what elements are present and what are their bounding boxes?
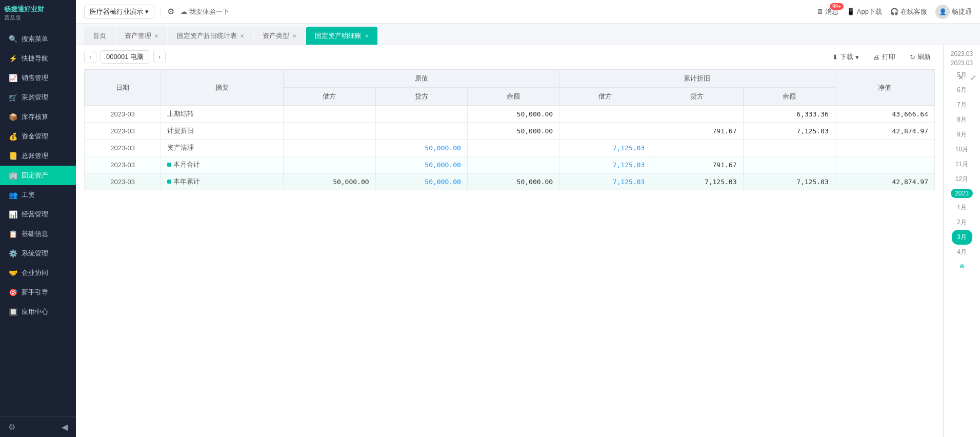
sidebar-item-system[interactable]: ⚙️系统管理 — [0, 244, 76, 263]
experience-button[interactable]: ☁ 我要体验一下 — [181, 7, 229, 16]
tab-close-asset-manage[interactable]: ✕ — [154, 33, 158, 39]
tab-label-asset-detail: 固定资产明细账 — [315, 31, 362, 41]
sidebar-item-operations[interactable]: 📊经营管理 — [0, 205, 76, 224]
timeline-header-2: 2023.03 — [951, 58, 973, 68]
prev-asset-button[interactable]: ‹ — [84, 51, 96, 63]
maximize-panel-button[interactable]: ⤢ — [968, 72, 979, 83]
sidebar-item-enterprise[interactable]: 🤝企业协同 — [0, 263, 76, 283]
timeline-month-12月[interactable]: 12月 — [944, 172, 980, 187]
print-icon: 🖨 — [873, 53, 880, 61]
avatar: 👤 — [935, 5, 950, 19]
close-panel-button[interactable]: ✕ — [955, 72, 967, 83]
table-row: 2023-03计提折旧50,000.00791.677,125.0342,874… — [85, 123, 935, 140]
sidebar-label-guide: 新手引导 — [22, 288, 48, 297]
tab-asset-manage[interactable]: 资产管理✕ — [116, 27, 167, 45]
tab-asset-detail[interactable]: 固定资产明细账✕ — [306, 27, 377, 45]
sidebar-icon-quick-nav: ⚡ — [8, 54, 17, 63]
orig-balance-header: 余额 — [467, 88, 559, 106]
timeline-month-11月[interactable]: 11月 — [944, 157, 980, 172]
sidebar-label-search: 搜索菜单 — [22, 34, 48, 44]
sidebar-icon-purchase: 🛒 — [8, 93, 17, 102]
tab-close-asset-detail[interactable]: ✕ — [365, 33, 369, 39]
timeline-month-8月[interactable]: 8月 — [944, 112, 980, 127]
sidebar-item-basic-info[interactable]: 📋基础信息 — [0, 224, 76, 244]
timeline-year-month-3月[interactable]: 3月 — [952, 230, 972, 245]
timeline-header-1: 2023.03 — [951, 49, 973, 58]
sidebar-item-finance[interactable]: 💰资金管理 — [0, 127, 76, 146]
sidebar-label-purchase: 采购管理 — [22, 93, 48, 102]
sidebar-label-basic-info: 基础信息 — [22, 229, 48, 239]
company-name: 医疗器械行业演示 — [90, 7, 143, 16]
app-download-button[interactable]: 📱 App下载 — [847, 7, 882, 16]
timeline-month-9月[interactable]: 9月 — [944, 127, 980, 142]
print-button[interactable]: 🖨 打印 — [869, 50, 899, 64]
dropdown-icon: ▾ — [145, 8, 149, 15]
asset-code: 000001 电脑 — [101, 50, 149, 64]
sidebar-item-search[interactable]: 🔍搜索菜单 — [0, 29, 76, 49]
user-profile[interactable]: 👤 畅捷通 — [935, 5, 972, 19]
timeline-year-badge: 2023 — [951, 189, 973, 198]
sidebar-label-enterprise: 企业协同 — [22, 268, 48, 277]
panel-controls: ✕ ⤢ — [955, 72, 979, 83]
sidebar-item-purchase[interactable]: 🛒采购管理 — [0, 88, 76, 107]
table-row: 2023-03本年累计50,000.0050,000.0050,000.007,… — [85, 173, 935, 190]
tab-home[interactable]: 首页 — [84, 27, 115, 45]
topbar: 医疗器械行业演示 ▾ ⚙ ☁ 我要体验一下 🖥 消息 99+ 📱 App下载 🎧… — [76, 0, 980, 24]
timeline-year-month-4月[interactable]: 4月 — [944, 245, 980, 260]
settings-button[interactable]: ⚙ — [167, 7, 174, 16]
accum-balance-header: 余额 — [743, 88, 835, 106]
main-area: 医疗器械行业演示 ▾ ⚙ ☁ 我要体验一下 🖥 消息 99+ 📱 App下载 🎧… — [76, 0, 980, 437]
next-asset-button[interactable]: › — [153, 51, 166, 63]
timeline-month-6月[interactable]: 6月 — [944, 83, 980, 97]
asset-detail-table: 日期 摘要 原值 累计折旧 净值 借方 贷方 余额 借方 贷方 余额 — [84, 69, 935, 190]
sidebar-label-payroll: 工资 — [22, 190, 35, 200]
timeline-year-month-1月[interactable]: 1月 — [944, 200, 980, 215]
sidebar-item-quick-nav[interactable]: ⚡快捷导航 — [0, 49, 76, 68]
sidebar-footer: ⚙ ◀ — [0, 416, 76, 437]
timeline-year-month-2月[interactable]: 2月 — [944, 215, 980, 230]
sidebar-icon-search: 🔍 — [8, 34, 17, 44]
download-button[interactable]: ⬇ 下载 ▾ — [828, 50, 863, 64]
timeline-scroll-down[interactable]: ⊕ — [944, 260, 980, 273]
table-row: 2023-03资产清理50,000.007,125.03 — [85, 140, 935, 156]
edition-label: 普及版 — [4, 14, 72, 22]
cloud-icon: ☁ — [181, 8, 187, 15]
download-icon: 📱 — [847, 8, 855, 15]
tab-depreciation-table[interactable]: 固定资产折旧统计表✕ — [168, 27, 253, 45]
col-accumulated-depreciation: 累计折旧 — [559, 70, 835, 88]
tab-close-asset-type[interactable]: ✕ — [292, 33, 296, 39]
tab-label-asset-type: 资产类型 — [263, 31, 289, 41]
sidebar-item-guide[interactable]: 🎯新手引导 — [0, 283, 76, 302]
sub-header: ‹ 000001 电脑 › ⬇ 下载 ▾ 🖨 打印 ↻ — [76, 45, 943, 69]
sidebar-nav: 🔍搜索菜单⚡快捷导航📈销售管理🛒采购管理📦库存核算💰资金管理📒总账管理🏢固定资产… — [0, 27, 76, 416]
notification-icon: 🖥 — [816, 8, 823, 15]
notification-button[interactable]: 🖥 消息 99+ — [816, 7, 838, 16]
settings-icon[interactable]: ⚙ — [8, 422, 15, 432]
table-row: 2023-03上期结转50,000.006,333.3643,666.64 — [85, 106, 935, 123]
refresh-button[interactable]: ↻ 刷新 — [906, 50, 935, 64]
collapse-icon[interactable]: ◀ — [62, 422, 68, 432]
timeline-month-10月[interactable]: 10月 — [944, 142, 980, 157]
service-icon: 🎧 — [890, 8, 898, 15]
company-selector[interactable]: 医疗器械行业演示 ▾ — [84, 5, 154, 19]
sidebar-item-fixed-assets[interactable]: 🏢固定资产 — [0, 166, 76, 185]
download-icon: ⬇ — [832, 53, 838, 61]
sidebar-icon-ledger: 📒 — [8, 151, 17, 161]
sidebar-item-app-center[interactable]: 🔲应用中心 — [0, 302, 76, 322]
timeline-month-7月[interactable]: 7月 — [944, 97, 980, 112]
sidebar-item-payroll[interactable]: 👥工资 — [0, 185, 76, 205]
customer-service-button[interactable]: 🎧 在线客服 — [890, 7, 927, 16]
tab-close-depreciation-table[interactable]: ✕ — [240, 33, 244, 39]
sidebar-icon-system: ⚙️ — [8, 249, 17, 258]
sidebar-item-ledger[interactable]: 📒总账管理 — [0, 146, 76, 166]
sidebar-header: 畅捷通好业财 普及版 — [0, 0, 76, 27]
sidebar-item-sales[interactable]: 📈销售管理 — [0, 68, 76, 88]
sidebar-label-ledger: 总账管理 — [22, 151, 48, 161]
col-net-value: 净值 — [835, 70, 934, 106]
toolbar-right: ⬇ 下载 ▾ 🖨 打印 ↻ 刷新 — [828, 50, 935, 64]
topbar-right: 🖥 消息 99+ 📱 App下载 🎧 在线客服 👤 畅捷通 — [816, 5, 972, 19]
orig-debit-header: 借方 — [284, 88, 375, 106]
tab-asset-type[interactable]: 资产类型✕ — [254, 27, 305, 45]
sidebar-item-inventory[interactable]: 📦库存核算 — [0, 107, 76, 127]
sidebar-label-finance: 资金管理 — [22, 132, 48, 141]
